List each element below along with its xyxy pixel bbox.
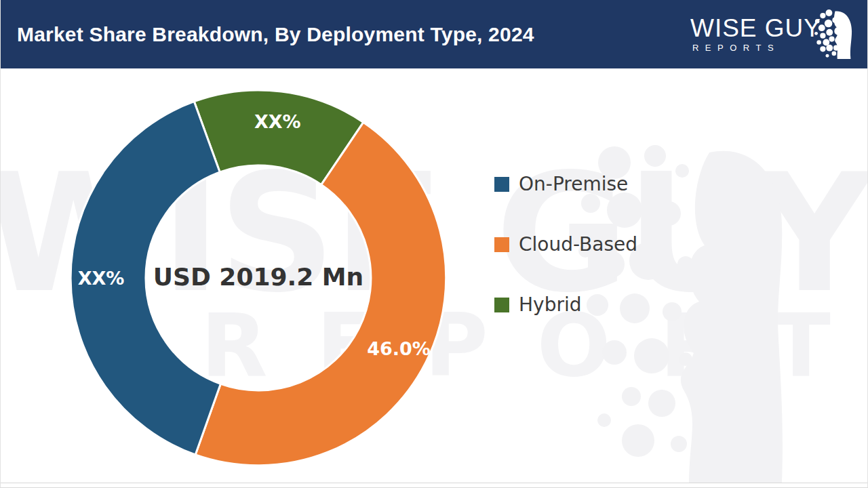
logo-text: WISE GUY REPORTS <box>690 16 821 53</box>
slice-label-cloud-based: 46.0% <box>367 338 431 359</box>
logo-wordmark: WISE GUY <box>690 16 821 41</box>
legend-item-cloud-based: Cloud-Based <box>494 235 637 255</box>
legend-label-on-premise: On-Premise <box>519 175 628 194</box>
donut-center-value: USD 2019.2 Mn <box>153 263 363 291</box>
figure-root: Market Share Breakdown, By Deployment Ty… <box>0 0 868 488</box>
figure-title: Market Share Breakdown, By Deployment Ty… <box>17 23 534 46</box>
legend-item-on-premise: On-Premise <box>494 174 637 195</box>
legend-item-hybrid: Hybrid <box>494 295 637 315</box>
slice-label-hybrid: XX% <box>254 111 301 132</box>
header-bar: Market Share Breakdown, By Deployment Ty… <box>1 0 867 68</box>
slice-label-on-premise: XX% <box>78 268 125 289</box>
legend-label-hybrid: Hybrid <box>519 296 581 314</box>
dotted-head-profile-icon <box>812 5 855 64</box>
logo-subtext: REPORTS <box>690 43 821 53</box>
legend-swatch-cloud-based <box>494 237 509 252</box>
legend-swatch-on-premise <box>494 177 509 192</box>
legend-label-cloud-based: Cloud-Based <box>519 235 637 254</box>
wiseguy-logo: WISE GUY REPORTS <box>690 5 855 64</box>
donut-chart: XX%46.0%XX% <box>1 0 868 488</box>
legend: On-Premise Cloud-Based Hybrid <box>494 174 637 355</box>
legend-swatch-hybrid <box>494 298 509 312</box>
